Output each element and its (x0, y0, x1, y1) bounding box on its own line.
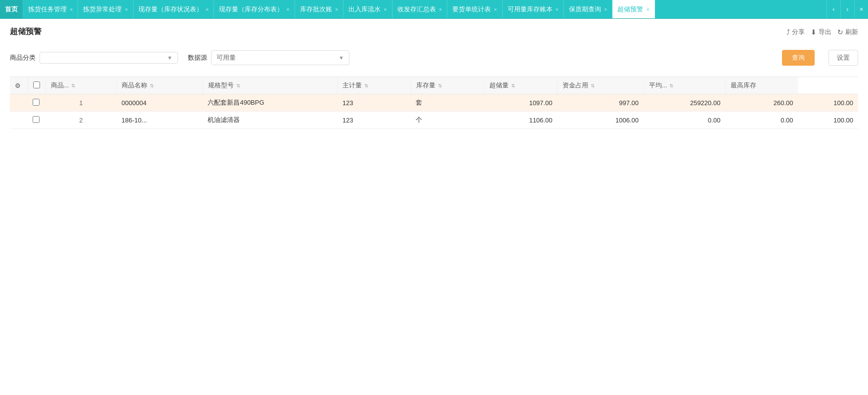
over-qty-cell: 1006.00 (557, 112, 644, 129)
row-checkbox[interactable] (33, 99, 40, 106)
unit-column-header: 主计量 ⇅ (338, 77, 411, 94)
max-stock-column-header: 最高库存 (725, 77, 798, 94)
max-stock-cell: 100.00 (798, 112, 858, 129)
avg-column-header: 平均... ⇅ (644, 77, 725, 94)
nav-label: 出入库流水 (348, 5, 381, 14)
datasource-filter-group: 数据源 可用量 ▼ (188, 50, 349, 65)
stock-qty-column-header: 库存量 ⇅ (411, 77, 484, 94)
close-icon[interactable]: × (556, 6, 559, 12)
avg-cell: 260.00 (725, 94, 798, 112)
nav-item-inout[interactable]: 出入库流水 × (344, 0, 392, 19)
product-name-column-header: 商品名称 ⇅ (117, 77, 203, 94)
select-all-checkbox[interactable] (33, 81, 40, 88)
nav-prev-button[interactable]: ‹ (826, 0, 840, 19)
close-icon[interactable]: × (646, 6, 649, 12)
row-checkbox[interactable] (33, 116, 40, 123)
column-label: 规格型号 (208, 81, 234, 90)
nav-label: 拣货异常处理 (83, 5, 122, 14)
nav-label: 要货单统计表 (452, 5, 491, 14)
sort-icon[interactable]: ⇅ (236, 83, 240, 88)
nav-item-overstock[interactable]: 超储预警 × (612, 0, 654, 19)
nav-item-home[interactable]: 首页 (0, 0, 23, 19)
column-label: 商品名称 (122, 81, 147, 90)
close-icon[interactable]: × (604, 6, 607, 12)
refresh-button[interactable]: ↻ 刷新 (837, 28, 858, 37)
datasource-select[interactable]: 可用量 ▼ (211, 50, 349, 65)
row-checkbox-cell (28, 112, 45, 129)
close-icon[interactable]: × (494, 6, 497, 12)
over-qty-column-header: 超储量 ⇅ (484, 77, 557, 94)
unit-cell: 个 (411, 112, 484, 129)
share-label: 分享 (792, 28, 805, 37)
data-table: ⚙ 商品... ⇅ 商品名称 ⇅ (10, 77, 858, 129)
row-gear (10, 112, 28, 129)
nav-item-stock-dist[interactable]: 现存量（库存分布表） × (214, 0, 295, 19)
close-icon[interactable]: × (335, 6, 338, 12)
stock-qty-cell: 1106.00 (484, 112, 557, 129)
spec-cell: 123 (338, 112, 411, 129)
nav-item-order-stat[interactable]: 要货单统计表 × (447, 0, 502, 19)
sort-icon[interactable]: ⇅ (511, 83, 515, 88)
nav-label: 超储预警 (617, 5, 643, 14)
page-header: 超储预警 ⤴ 分享 ⬇ 导出 ↻ 刷新 (10, 27, 858, 37)
close-icon[interactable]: × (286, 6, 289, 12)
spec-column-header: 规格型号 ⇅ (203, 77, 337, 94)
filter-row: 商品分类 ▼ 数据源 可用量 ▼ 查询 设置 (10, 45, 858, 71)
category-filter-group: 商品分类 ▼ (10, 52, 178, 64)
row-gear (10, 94, 28, 112)
close-icon[interactable]: × (384, 6, 387, 12)
nav-item-expiry[interactable]: 保质期查询 × (564, 0, 612, 19)
nav-item-stock-status[interactable]: 现存量（库存状况表） × (133, 0, 214, 19)
page-content: 超储预警 ⤴ 分享 ⬇ 导出 ↻ 刷新 商品分类 ▼ 数据源 (0, 19, 868, 395)
home-label: 首页 (5, 5, 18, 14)
export-label: 导出 (819, 28, 831, 37)
column-label: 主计量 (343, 81, 362, 90)
category-select[interactable]: ▼ (40, 52, 178, 64)
nav-item-task-mgmt[interactable]: 拣货任务管理 × (23, 0, 78, 19)
nav-label: 可用量库存账本 (508, 5, 553, 14)
capital-cell: 0.00 (644, 112, 725, 129)
nav-next-button[interactable]: › (840, 0, 854, 19)
nav-label: 保质期查询 (569, 5, 601, 14)
close-icon[interactable]: × (206, 6, 209, 12)
capital-cell: 259220.00 (644, 94, 725, 112)
product-code-cell: 186-10... (117, 112, 203, 129)
nav-label: 现存量（库存分布表） (219, 5, 283, 14)
column-label: 平均... (649, 81, 667, 90)
nav-close-button[interactable]: × (854, 0, 868, 19)
nav-item-summary[interactable]: 收发存汇总表 × (392, 0, 447, 19)
close-icon[interactable]: × (70, 6, 73, 12)
settings-button[interactable]: 设置 (828, 50, 858, 66)
page-title: 超储预警 (10, 27, 42, 37)
sort-icon[interactable]: ⇅ (71, 83, 75, 88)
column-label: 超储量 (489, 81, 509, 90)
page-actions: ⤴ 分享 ⬇ 导出 ↻ 刷新 (786, 28, 858, 37)
refresh-label: 刷新 (845, 28, 858, 37)
gear-column-header: ⚙ (10, 77, 28, 94)
sort-icon[interactable]: ⇅ (669, 83, 673, 88)
datasource-filter-label: 数据源 (188, 53, 207, 62)
sort-icon[interactable]: ⇅ (364, 83, 368, 88)
refresh-icon: ↻ (837, 28, 843, 36)
nav-arrows: ‹ › × (826, 0, 868, 19)
nav-item-exception[interactable]: 拣货异常处理 × (78, 0, 133, 19)
sort-icon[interactable]: ⇅ (591, 83, 595, 88)
product-name-cell: 机油滤清器 (203, 112, 337, 129)
sort-icon[interactable]: ⇅ (438, 83, 442, 88)
close-icon[interactable]: × (439, 6, 442, 12)
sort-icon[interactable]: ⇅ (150, 83, 154, 88)
export-button[interactable]: ⬇ 导出 (811, 28, 831, 37)
nav-label: 库存批次账 (300, 5, 332, 14)
share-button[interactable]: ⤴ 分享 (786, 28, 805, 37)
nav-item-batch[interactable]: 库存批次账 × (295, 0, 344, 19)
datasource-select-value: 可用量 (217, 53, 236, 62)
column-label: 库存量 (416, 81, 435, 90)
gear-icon[interactable]: ⚙ (15, 82, 21, 89)
query-button[interactable]: 查询 (782, 50, 815, 66)
avg-cell: 0.00 (725, 112, 798, 129)
product-name-cell: 六配套新昌490BPG (203, 94, 337, 112)
close-icon[interactable]: × (125, 6, 128, 12)
nav-item-available[interactable]: 可用量库存账本 × (503, 0, 564, 19)
unit-cell: 套 (411, 94, 484, 112)
table-row: 2 186-10... 机油滤清器 123 个 1106.00 1006.00 … (10, 112, 858, 129)
